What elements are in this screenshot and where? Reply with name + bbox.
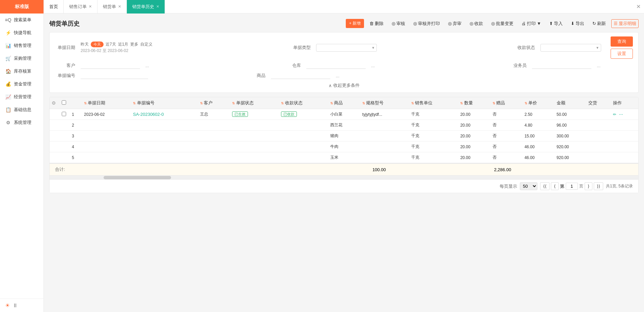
sidebar-item-label: 快捷导航: [14, 30, 31, 36]
new-button[interactable]: + 新增: [346, 19, 364, 28]
import-button[interactable]: ⬆ 导入: [547, 19, 565, 28]
tab-sales-history-label: 销货单历史: [132, 4, 154, 10]
total-info: 共1页, 5条记录: [606, 183, 633, 189]
page-label: 页: [579, 183, 583, 189]
collect-icon: ◎: [470, 21, 473, 26]
query-button[interactable]: 查询: [611, 36, 633, 47]
settings-button[interactable]: 设置: [611, 49, 633, 59]
amount-cell: 50.00: [555, 109, 586, 120]
collect-status-label: 收款状态: [515, 45, 535, 51]
scrollbar-thumb[interactable]: [104, 176, 171, 179]
docno-link[interactable]: SA-20230602-0: [133, 112, 164, 117]
gift-sort-icon[interactable]: ⇅: [493, 101, 495, 105]
column-config-icon[interactable]: ⚙: [52, 100, 56, 106]
sidebar-item-operations[interactable]: 📈 经营管理: [0, 90, 44, 103]
sidebar-item-inventory[interactable]: 🏠 库存核算: [0, 65, 44, 78]
goods-sort-icon[interactable]: ⇅: [330, 101, 333, 105]
customer-dots[interactable]: ...: [145, 63, 149, 68]
docstatus-col-header: ⇅ 单据状态: [230, 97, 279, 109]
delete-button[interactable]: 🗑 删除: [367, 19, 386, 28]
select-all-checkbox[interactable]: [62, 100, 66, 105]
doc-type-select[interactable]: [316, 44, 377, 52]
sidebar-item-purchase[interactable]: 🛒 采购管理: [0, 52, 44, 65]
page-input[interactable]: [566, 183, 578, 190]
shortcut-7days[interactable]: 近7天: [106, 42, 116, 47]
sidebar-item-sales[interactable]: 📊 销售管理: [0, 39, 44, 52]
collect-status-select[interactable]: [540, 44, 601, 52]
sidebar-item-search[interactable]: ≡Q 搜索菜单: [0, 14, 44, 26]
shortcut-custom[interactable]: 自定义: [140, 42, 152, 47]
customer-sort-icon[interactable]: ⇅: [200, 101, 203, 105]
sidebar-item-quick-nav[interactable]: ⚡ 快捷导航: [0, 26, 44, 39]
tab-close-sales-goods[interactable]: ✕: [118, 4, 121, 9]
docno-col-header: ⇅ 单据编号: [131, 97, 198, 109]
price-sort-icon[interactable]: ⇅: [525, 101, 527, 105]
customer-input[interactable]: [81, 62, 140, 69]
sidebar-item-system[interactable]: ⚙ 系统管理: [0, 116, 44, 129]
goods-input[interactable]: [271, 72, 330, 79]
abandon-button[interactable]: ◎ 弃审: [445, 19, 464, 28]
tab-bar: 首页 销售订单 ✕ 销货单 ✕ 销货单历史 ✕ ✕: [44, 0, 644, 14]
last-page-button[interactable]: ⟩⟩: [594, 182, 603, 190]
refresh-button[interactable]: ↻ 刷新: [590, 19, 609, 28]
warehouse-dots[interactable]: ...: [371, 63, 375, 68]
print-button[interactable]: 🖨 打印 ▼: [519, 19, 544, 28]
shortcut-1month[interactable]: 近1月: [118, 42, 129, 47]
page-size-select[interactable]: 50 100: [520, 182, 537, 190]
goods-dots[interactable]: ...: [336, 73, 339, 78]
tab-home[interactable]: 首页: [44, 0, 64, 14]
row-checkbox[interactable]: [62, 112, 66, 116]
docstatus-sort-icon[interactable]: ⇅: [232, 101, 235, 105]
doc-no-input[interactable]: [81, 72, 148, 79]
more-link[interactable]: ⋯: [619, 112, 623, 117]
qty-sort-icon[interactable]: ⇅: [460, 101, 463, 105]
staff-input[interactable]: [532, 62, 591, 69]
total-qty: 100.00: [372, 167, 386, 172]
horizontal-scrollbar[interactable]: [50, 175, 638, 179]
table-footer: 合计: 100.00 2,286.00: [50, 163, 638, 175]
prev-page-button[interactable]: ⟨: [551, 182, 559, 190]
tab-close-sales-history[interactable]: ✕: [156, 4, 159, 9]
collect-button[interactable]: ◎ 收款: [467, 19, 486, 28]
staff-dots[interactable]: ...: [597, 63, 600, 68]
date-range: 2023-06-02 至 2023-06-02: [81, 48, 152, 54]
sidebar-item-label: 资金管理: [14, 81, 31, 87]
date-sort-icon[interactable]: ⇅: [84, 101, 87, 105]
warehouse-input[interactable]: [306, 62, 366, 69]
customer-label: 客户: [55, 62, 75, 69]
first-page-button[interactable]: ⟨⟨: [540, 182, 550, 190]
quick-nav-icon: ⚡: [5, 30, 11, 36]
table-head: ⚙ ⇅ 单据日期 ⇅ 单据编号 ⇅ 客户 ⇅ 单据状态 ⇅ 收款状态 ⇅ 商品 …: [50, 97, 638, 109]
doc-no-label: 单据编号: [55, 73, 75, 79]
refresh-icon: ↻: [592, 21, 596, 26]
show-detail-button[interactable]: ☰ 显示明细: [611, 19, 639, 28]
close-all-tabs-button[interactable]: ✕: [633, 3, 644, 10]
sidebar-item-label: 搜索菜单: [14, 17, 31, 23]
collapse-button[interactable]: ∧ 收起更多条件: [329, 82, 360, 88]
print-icon: 🖨: [522, 21, 526, 26]
docno-sort-icon[interactable]: ⇅: [133, 101, 136, 105]
shortcut-more[interactable]: 更多: [130, 42, 138, 47]
sidebar-item-basic-info[interactable]: 📋 基础信息: [0, 103, 44, 116]
export-button[interactable]: ⬇ 导出: [568, 19, 587, 28]
edit-link[interactable]: ✏: [613, 112, 616, 117]
spec-sort-icon[interactable]: ⇅: [362, 101, 365, 105]
audit-button[interactable]: ◎ 审核: [389, 19, 408, 28]
trade-col-header: 交货: [586, 97, 611, 109]
shortcut-yesterday[interactable]: 昨天: [81, 42, 89, 47]
tab-sales-history[interactable]: 销货单历史 ✕: [127, 0, 165, 14]
tab-sales-goods[interactable]: 销货单 ✕: [97, 0, 127, 14]
batch-change-button[interactable]: ◎ 批量变更: [488, 19, 516, 28]
sidebar-item-finance[interactable]: 💰 资金管理: [0, 78, 44, 90]
tab-sales-order[interactable]: 销售订单 ✕: [64, 0, 97, 14]
footer-label: 合计:: [55, 166, 75, 173]
collectstatus-sort-icon[interactable]: ⇅: [281, 101, 284, 105]
tab-close-sales-order[interactable]: ✕: [89, 4, 92, 9]
audit-print-button[interactable]: ◎ 审核并打印: [411, 19, 443, 28]
sidebar-bottom-actions[interactable]: ☀ ⏸: [0, 299, 44, 312]
shortcut-today[interactable]: 今天: [91, 42, 104, 47]
unit-sort-icon[interactable]: ⇅: [411, 101, 414, 105]
next-page-button[interactable]: ⟩: [585, 182, 592, 190]
page-nav: ⟨⟨ ⟨ 第 页 ⟩ ⟩⟩: [540, 182, 603, 190]
total-amount: 2,286.00: [494, 167, 511, 172]
